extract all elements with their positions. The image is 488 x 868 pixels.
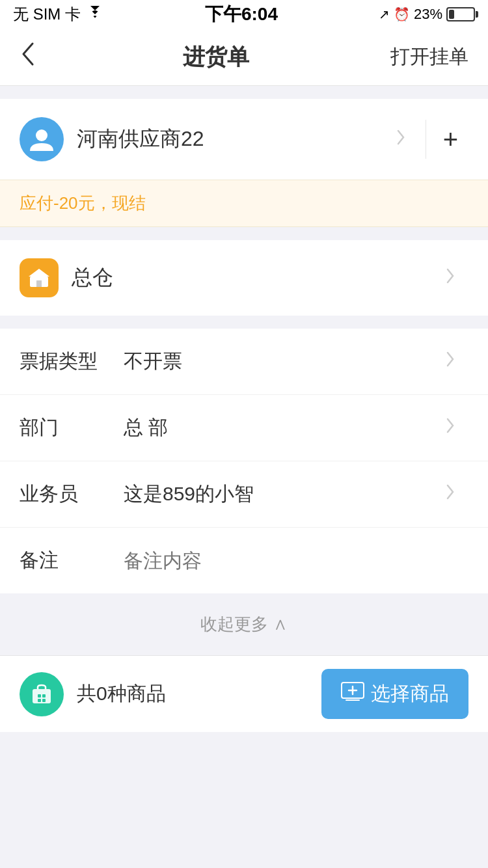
staff-row[interactable]: 业务员 这是859的小智 xyxy=(0,461,488,528)
warehouse-name: 总仓 xyxy=(72,264,445,292)
collapse-section[interactable]: 收起更多 ∧ xyxy=(0,593,488,655)
product-footer: 共0种商品 选择商品 xyxy=(0,655,488,732)
svg-rect-8 xyxy=(42,699,46,702)
svg-rect-5 xyxy=(38,694,41,698)
dept-value: 总 部 xyxy=(124,414,445,441)
add-supplier-button[interactable]: + xyxy=(433,125,468,154)
status-right: ↗ ⏰ 23% xyxy=(379,6,475,23)
select-product-button[interactable]: 选择商品 xyxy=(321,669,468,719)
form-section: 票据类型 不开票 部门 总 部 业务员 这是859的小智 备注 xyxy=(0,329,488,593)
remark-input[interactable] xyxy=(124,550,468,572)
supplier-avatar xyxy=(20,117,64,161)
remark-label: 备注 xyxy=(20,547,111,574)
warehouse-row[interactable]: 总仓 xyxy=(0,240,488,316)
wifi-icon xyxy=(86,6,104,23)
status-bar: 无 SIM 卡 下午6:04 ↗ ⏰ 23% xyxy=(0,0,488,29)
battery-percent: 23% xyxy=(414,6,442,23)
supplier-name: 河南供应商22 xyxy=(77,125,396,154)
notice-text: 应付-20元，现结 xyxy=(20,193,146,213)
status-left: 无 SIM 卡 xyxy=(13,4,104,25)
dept-label: 部门 xyxy=(20,414,111,441)
product-icon xyxy=(20,672,64,716)
back-button[interactable] xyxy=(13,34,42,79)
dept-row[interactable]: 部门 总 部 xyxy=(0,395,488,461)
product-count: 共0种商品 xyxy=(77,681,321,707)
dept-chevron-icon xyxy=(445,416,455,439)
supplier-row[interactable]: 河南供应商22 + xyxy=(0,99,488,180)
bottom-area xyxy=(0,732,488,868)
staff-chevron-icon xyxy=(445,483,455,506)
invoice-chevron-icon xyxy=(445,350,455,373)
staff-value: 这是859的小智 xyxy=(124,481,445,508)
invoice-row[interactable]: 票据类型 不开票 xyxy=(0,329,488,395)
content-area: 河南供应商22 + 应付-20元，现结 总仓 票据类型 不 xyxy=(0,99,488,868)
svg-rect-6 xyxy=(42,694,46,698)
warehouse-icon xyxy=(20,258,59,297)
select-product-label: 选择商品 xyxy=(371,681,449,707)
notice-bar: 应付-20元，现结 xyxy=(0,180,488,227)
remark-row[interactable]: 备注 xyxy=(0,528,488,593)
invoice-label: 票据类型 xyxy=(20,348,111,375)
battery-icon xyxy=(446,7,475,21)
divider xyxy=(426,120,426,159)
nav-bar: 进货单 打开挂单 xyxy=(0,29,488,86)
svg-rect-4 xyxy=(33,689,51,703)
svg-marker-2 xyxy=(29,269,49,277)
select-product-icon xyxy=(341,682,364,706)
staff-label: 业务员 xyxy=(20,481,111,508)
warehouse-chevron-icon xyxy=(445,267,455,290)
supplier-chevron-icon xyxy=(396,128,406,151)
carrier-text: 无 SIM 卡 xyxy=(13,4,81,25)
supplier-card: 河南供应商22 + 应付-20元，现结 xyxy=(0,99,488,227)
svg-point-0 xyxy=(36,129,47,141)
svg-rect-7 xyxy=(38,699,41,702)
open-pending-button[interactable]: 打开挂单 xyxy=(390,44,468,70)
invoice-value: 不开票 xyxy=(124,348,445,375)
location-icon: ↗ xyxy=(379,7,390,22)
status-time: 下午6:04 xyxy=(205,2,278,27)
collapse-label: 收起更多 ∧ xyxy=(200,613,287,636)
page-title: 进货单 xyxy=(183,42,249,72)
svg-rect-3 xyxy=(36,280,42,287)
alarm-icon: ⏰ xyxy=(394,7,410,22)
